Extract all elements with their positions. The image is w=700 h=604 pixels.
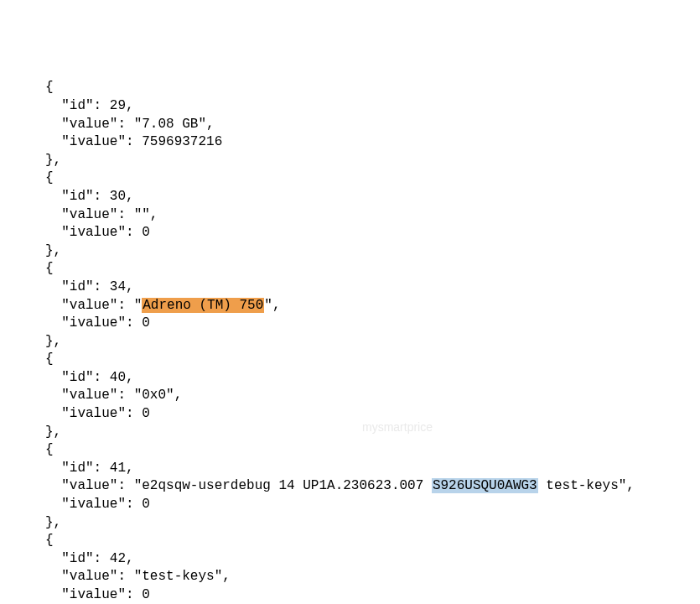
value-text: "test-keys"	[134, 569, 223, 584]
code-line: "value": "e2qsqw-userdebug 14 UP1A.23062…	[45, 477, 700, 496]
comma: ,	[206, 117, 215, 132]
code-block: { "id": 29, "value": "7.08 GB", "ivalue"…	[45, 79, 700, 604]
key-id: "id":	[61, 279, 110, 294]
key-id: "id":	[61, 189, 110, 204]
brace-close: },	[45, 334, 61, 349]
key-value: "value":	[61, 388, 133, 403]
brace-close: },	[45, 424, 61, 440]
value-text: "	[264, 298, 272, 313]
key-ivalue: "ivalue":	[61, 406, 142, 421]
code-line: },	[45, 333, 700, 351]
key-ivalue: "ivalue":	[61, 225, 142, 240]
highlighted-value: S926USQU0AWG3	[432, 478, 538, 493]
key-ivalue: "ivalue":	[61, 315, 142, 331]
code-line: "value": "",	[45, 206, 700, 225]
brace-open: {	[45, 351, 54, 367]
key-value: "value":	[61, 117, 133, 132]
value-text: test-keys"	[538, 478, 627, 493]
id-value: 34	[110, 279, 126, 294]
comma: ,	[126, 98, 134, 113]
code-line: },	[45, 424, 700, 442]
key-ivalue: "ivalue":	[61, 497, 142, 512]
code-line: "id": 42,	[45, 550, 700, 569]
comma: ,	[126, 189, 134, 204]
ivalue-value: 0	[142, 497, 150, 512]
ivalue-value: 0	[142, 315, 150, 331]
highlighted-value: Adreno (TM) 750	[142, 298, 264, 313]
comma: ,	[126, 551, 134, 566]
code-line: "ivalue": 0	[45, 496, 700, 514]
ivalue-value: 0	[142, 587, 150, 602]
code-line: "value": "7.08 GB",	[45, 116, 700, 134]
value-text: "0x0"	[134, 388, 174, 403]
comma: ,	[272, 298, 281, 313]
comma: ,	[222, 569, 231, 584]
comma: ,	[126, 279, 134, 294]
key-ivalue: "ivalue":	[61, 134, 142, 149]
code-line: {	[45, 441, 700, 460]
code-line: {	[45, 79, 700, 97]
id-value: 30	[110, 189, 126, 204]
brace-open: {	[45, 442, 54, 457]
brace-open: {	[45, 533, 54, 548]
ivalue-value: 0	[142, 406, 150, 421]
code-line: "value": "test-keys",	[45, 568, 700, 586]
comma: ,	[626, 478, 635, 493]
key-value: "value":	[61, 207, 133, 222]
id-value: 41	[110, 461, 126, 476]
brace-close: },	[45, 153, 61, 168]
code-line: "ivalue": 0	[45, 405, 700, 424]
code-line: "id": 29,	[45, 97, 700, 116]
code-line: "ivalue": 0	[45, 315, 700, 333]
key-id: "id":	[61, 551, 110, 566]
key-value: "value":	[61, 478, 133, 493]
brace-close: },	[45, 243, 61, 258]
code-line: {	[45, 169, 700, 188]
value-text: "	[134, 298, 143, 313]
id-value: 40	[110, 370, 126, 385]
code-line: },	[45, 514, 700, 533]
key-id: "id":	[61, 461, 110, 476]
key-ivalue: "ivalue":	[61, 587, 142, 602]
key-id: "id":	[61, 370, 110, 385]
comma: ,	[150, 207, 158, 222]
comma: ,	[126, 370, 134, 385]
code-line: "ivalue": 7596937216	[45, 133, 700, 152]
code-line: {	[45, 532, 700, 550]
code-line: "value": "Adreno (TM) 750",	[45, 297, 700, 315]
code-line: {	[45, 351, 700, 369]
key-value: "value":	[61, 298, 133, 313]
code-line: "id": 41,	[45, 460, 700, 478]
id-value: 29	[110, 98, 126, 113]
comma: ,	[174, 388, 183, 403]
code-line: },	[45, 242, 700, 261]
ivalue-value: 7596937216	[142, 134, 222, 149]
id-value: 42	[110, 551, 126, 566]
brace-open: {	[45, 170, 54, 185]
brace-close: },	[45, 515, 61, 530]
value-text: "e2qsqw-userdebug 14 UP1A.230623.007	[134, 478, 432, 493]
code-line: "value": "0x0",	[45, 387, 700, 405]
value-text: "7.08 GB"	[134, 117, 206, 132]
code-line: "id": 40,	[45, 369, 700, 388]
key-id: "id":	[61, 98, 110, 113]
code-line: },	[45, 152, 700, 170]
value-text: ""	[134, 207, 150, 222]
comma: ,	[126, 461, 134, 476]
code-line: "id": 34,	[45, 279, 700, 297]
brace-open: {	[45, 80, 54, 95]
brace-open: {	[45, 261, 54, 276]
ivalue-value: 0	[142, 225, 150, 240]
code-line: {	[45, 260, 700, 279]
code-line: "id": 30,	[45, 188, 700, 206]
key-value: "value":	[61, 569, 133, 584]
code-line: "ivalue": 0	[45, 224, 700, 242]
code-line: "ivalue": 0	[45, 586, 700, 604]
